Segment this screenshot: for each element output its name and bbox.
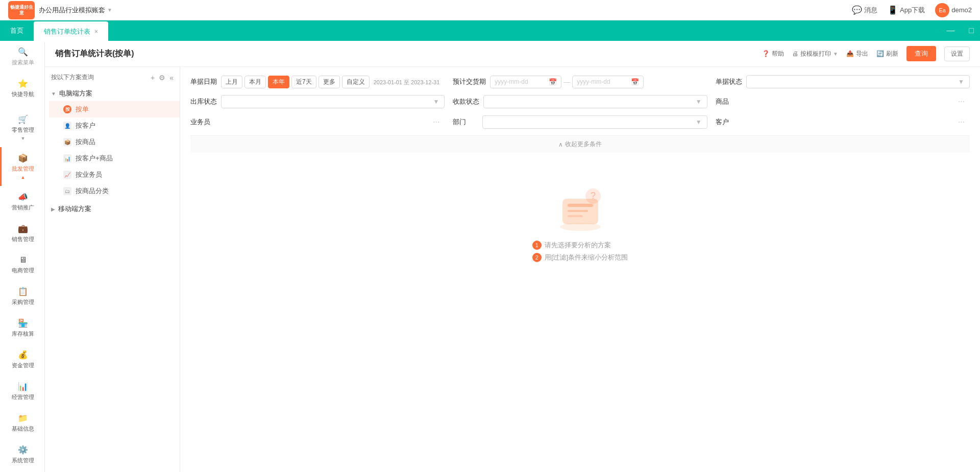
ops-icon: 📊 (18, 382, 28, 391)
message-label: 消息 (864, 6, 877, 15)
calendar-icon-2: 📅 (631, 78, 639, 86)
tab-minimize-button[interactable]: — (940, 26, 961, 35)
main-layout: 🔍 搜索菜单 ⭐ 快捷导航 🛒 零售管理 ▼ 📦 批发管理 ▲ 📣 营销推广 💼… (0, 41, 980, 472)
wholesale-expand-icon: ▲ (21, 175, 26, 180)
delivery-end-input[interactable]: yyyy-mm-dd 📅 (572, 76, 644, 88)
topbar: 畅捷通好生意 办公用品行业模拟账套 ▼ 💬 消息 📱 App下载 Ea demo… (0, 0, 980, 20)
settings-button[interactable]: 设置 (944, 46, 970, 61)
sidebar-item-purchase[interactable]: 📋 采购管理 (0, 280, 44, 312)
ecommerce-icon: 🖥 (19, 255, 27, 265)
page-header: 销售订单统计表(按单) ❓ 帮助 🖨 按模板打印 ▼ 📤 导出 🔄 刷新 (45, 41, 980, 67)
date-btn-custom[interactable]: 自定义 (342, 76, 370, 88)
date-btn-this-month[interactable]: 本月 (244, 76, 266, 88)
filter-cell-dept: 部门 ▼ (453, 115, 707, 129)
filter-cell-date: 单据日期 上月 本月 本年 近7天 更多 自定义 2023-01-01 至 20… (190, 76, 445, 88)
sidebar-item-sales[interactable]: 💼 销售管理 (0, 218, 44, 249)
tab-maximize-button[interactable]: □ (963, 26, 980, 35)
dept-label: 部门 (453, 117, 478, 127)
payment-label: 收款状态 (453, 97, 479, 106)
scheme-item-by-customer-goods[interactable]: 📊 按客户+商品 (49, 150, 180, 167)
ship-label: 出库状态 (190, 97, 217, 106)
delivery-start-input[interactable]: yyyy-mm-dd 📅 (490, 76, 561, 88)
scheme-group-desktop-header[interactable]: ▼ 电脑端方案 (45, 86, 180, 101)
basic-icon: 📁 (18, 413, 28, 423)
refresh-label: 刷新 (886, 50, 898, 58)
sidebar-item-retail[interactable]: 🛒 零售管理 ▼ (0, 108, 44, 147)
sidebar-item-finance[interactable]: 💰 资金管理 (0, 344, 44, 375)
scheme-item-by-order[interactable]: 按 按单 (49, 101, 180, 117)
basic-label: 基础信息 (12, 425, 34, 433)
sidebar-item-wholesale[interactable]: 📦 批发管理 ▲ (0, 147, 44, 186)
date-btn-last-month[interactable]: 上月 (221, 76, 242, 88)
ship-select[interactable]: ▼ (221, 95, 445, 108)
scheme-item-by-salesperson[interactable]: 📈 按业务员 (49, 167, 180, 183)
scheme-item-icon-customer: 👤 (63, 122, 71, 130)
org-selector[interactable]: 办公用品行业模拟账套 ▼ (39, 6, 112, 15)
query-button[interactable]: 查询 (906, 46, 936, 61)
date-btn-this-year[interactable]: 本年 (268, 76, 289, 88)
settings-label: 设置 (951, 50, 963, 58)
scheme-item-icon-cat: 🗂 (63, 187, 71, 195)
status-select[interactable]: ▼ (746, 75, 970, 88)
scheme-item-by-category[interactable]: 🗂 按商品分类 (49, 183, 180, 199)
app-download-button[interactable]: 📱 App下载 (888, 5, 925, 15)
page-actions: ❓ 帮助 🖨 按模板打印 ▼ 📤 导出 🔄 刷新 查询 (762, 46, 970, 61)
retail-expand-icon: ▼ (21, 136, 26, 141)
scheme-item-label-cg: 按客户+商品 (76, 154, 113, 163)
sidebar-item-ecommerce[interactable]: 🖥 电商管理 (0, 249, 44, 280)
scheme-mobile-label: 移动端方案 (58, 204, 91, 214)
date-btn-7days[interactable]: 近7天 (291, 76, 316, 88)
calendar-icon-1: 📅 (549, 78, 557, 86)
collapse-bar[interactable]: ∧ 收起更多条件 (190, 135, 970, 153)
date-btn-more[interactable]: 更多 (318, 76, 340, 88)
scheme-item-icon-cg: 📊 (63, 154, 71, 162)
scheme-group-mobile-header[interactable]: ▶ 移动端方案 (45, 201, 180, 217)
sidebar-search[interactable]: 🔍 搜索菜单 (0, 41, 44, 73)
scheme-item-by-customer[interactable]: 👤 按客户 (49, 117, 180, 134)
scheme-group-mobile: ▶ 移动端方案 (45, 201, 180, 217)
filter-row-3: 业务员 ··· 部门 ▼ 客户 (190, 115, 970, 129)
payment-select[interactable]: ▼ (483, 95, 707, 108)
date-label: 单据日期 (190, 77, 217, 86)
scheme-settings-icon[interactable]: ⚙ (159, 74, 165, 82)
export-button[interactable]: 📤 导出 (846, 50, 868, 58)
tab-sales-order[interactable]: 销售订单统计表 × (34, 21, 108, 42)
sidebar-item-basic[interactable]: 📁 基础信息 (0, 407, 44, 439)
sidebar-quick-nav[interactable]: ⭐ 快捷导航 (0, 73, 44, 104)
sidebar-item-ops[interactable]: 📊 经营管理 (0, 375, 44, 407)
customer-more-icon: ··· (958, 117, 965, 127)
customer-select[interactable]: ··· (745, 115, 970, 129)
scheme-collapse-icon[interactable]: « (169, 74, 174, 82)
print-chevron-icon: ▼ (833, 51, 838, 57)
refresh-button[interactable]: 🔄 刷新 (876, 50, 898, 58)
scheme-item-by-goods[interactable]: 📦 按商品 (49, 134, 180, 150)
ship-chevron-icon: ▼ (433, 98, 439, 105)
logo-text: 畅捷通好生意 (8, 5, 35, 16)
inventory-icon: 🏪 (18, 318, 28, 328)
tab-close-icon[interactable]: × (94, 28, 98, 35)
goods-select[interactable]: ··· (745, 95, 970, 109)
help-button[interactable]: ❓ 帮助 (762, 50, 784, 58)
filter-cell-payment: 收款状态 ▼ (453, 95, 707, 108)
tab-home[interactable]: 首页 (0, 20, 34, 41)
message-button[interactable]: 💬 消息 (852, 5, 877, 15)
search-icon: 🔍 (18, 47, 28, 57)
customer-label: 客户 (716, 117, 741, 127)
marketing-icon: 📣 (18, 192, 28, 202)
sidebar-item-marketing[interactable]: 📣 营销推广 (0, 186, 44, 218)
filter-cell-status: 单据状态 ▼ (716, 75, 970, 88)
scheme-group-label: 电脑端方案 (59, 89, 92, 98)
sidebar-item-inventory[interactable]: 🏪 库存核算 (0, 312, 44, 344)
phone-icon: 📱 (888, 5, 898, 15)
finance-icon: 💰 (18, 350, 28, 360)
sales-select[interactable]: ··· (220, 115, 445, 129)
date-range-separator: — (564, 78, 570, 86)
status-label: 单据状态 (716, 77, 742, 86)
dept-select[interactable]: ▼ (482, 115, 707, 129)
print-button[interactable]: 🖨 按模板打印 ▼ (792, 50, 838, 58)
user-menu[interactable]: Ea demo2 (935, 3, 972, 17)
scheme-items: 按 按单 👤 按客户 📦 按商品 📊 按客 (45, 101, 180, 199)
sidebar-item-system[interactable]: ⚙️ 系统管理 (0, 439, 44, 470)
minimize-icon: — (946, 26, 954, 35)
scheme-add-icon[interactable]: + (151, 74, 155, 82)
